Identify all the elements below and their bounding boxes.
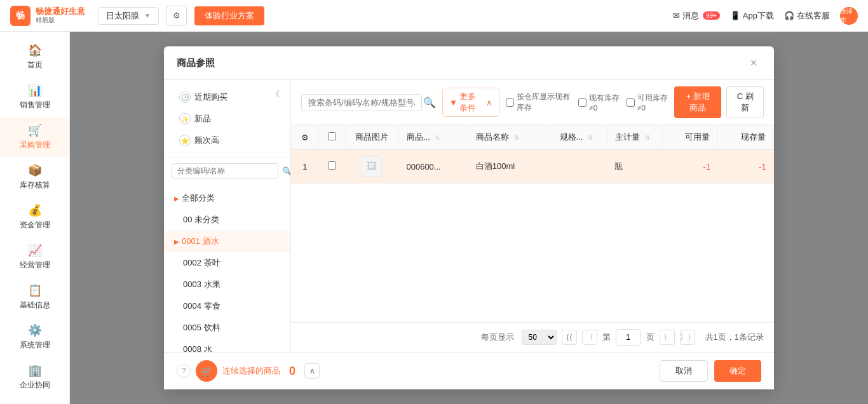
page-number-input[interactable]	[616, 329, 641, 346]
modal-body: 🕐 近期购买 ✨ 新品 ⭐ 频次高	[164, 80, 774, 352]
filter-actions: + 新增商品 C 刷新	[674, 86, 764, 118]
filter-nonzero-available[interactable]: 可用库存≠0	[627, 93, 668, 112]
last-page-button[interactable]: 〉〉	[680, 330, 695, 345]
category-search-icon[interactable]: 🔍	[282, 166, 291, 176]
category-uncategorized[interactable]: 00 未分类	[164, 209, 290, 231]
user-profile[interactable]: 徐泽华	[840, 7, 858, 25]
online-service-button[interactable]: 🎧 在线客服	[784, 10, 830, 22]
select-all-checkbox[interactable]	[328, 132, 336, 140]
col-settings: ⚙	[291, 125, 319, 150]
category-all[interactable]: ▶ 全部分类	[164, 187, 290, 209]
category-beverages[interactable]: 0005 饮料	[164, 317, 290, 339]
phone-icon: 📱	[730, 11, 740, 20]
col-product-name-header[interactable]: 商品名称 ⇅	[468, 125, 552, 150]
messages-button[interactable]: ✉ 消息 99+	[673, 10, 720, 22]
footer-collapse-button[interactable]: ∧	[304, 363, 320, 379]
avatar: 徐泽华	[840, 7, 858, 25]
sidebar-item-purchase[interactable]: 🛒 采购管理	[0, 117, 69, 157]
high-frequency-item[interactable]: ⭐ 频次高	[172, 130, 264, 151]
modal-close-button[interactable]: ×	[746, 55, 761, 71]
cancel-button[interactable]: 取消	[660, 360, 708, 382]
main-layout: 🏠 首页 📊 销售管理 🛒 采购管理 📦 库存核算 💰 资金管理 📈 经营管理 …	[0, 32, 868, 404]
next-page-button[interactable]: 〉	[660, 330, 675, 345]
nav-right: ✉ 消息 99+ 📱 App下载 🎧 在线客服 徐泽华	[673, 7, 858, 25]
finance-icon: 💰	[28, 203, 42, 217]
row-checkbox-cell[interactable]	[319, 150, 346, 184]
product-table: ⚙ 商品图片	[291, 125, 774, 184]
sales-icon: 📊	[28, 83, 42, 97]
store-selector[interactable]: 日太阳膜 ▼	[98, 7, 159, 25]
sort-unit-icon: ⇅	[645, 134, 650, 141]
gear-icon: ⚙	[173, 11, 180, 20]
category-tea[interactable]: 0002 茶叶	[164, 252, 290, 274]
col-product-img-header: 商品图片	[345, 125, 398, 150]
logo-icon: 畅	[10, 6, 31, 26]
new-product-item[interactable]: ✨ 新品	[172, 108, 264, 130]
col-unit-header[interactable]: 主计量 ⇅	[607, 125, 662, 150]
sidebar-item-operations[interactable]: 📈 经营管理	[0, 237, 69, 277]
product-reference-modal: 商品参照 × 🕐 近期购买	[164, 46, 774, 389]
filter-nonzero-stock[interactable]: 现有库存≠0	[578, 93, 620, 112]
sort-spec-icon: ⇅	[588, 134, 593, 141]
message-badge: 99+	[703, 11, 720, 20]
category-snacks[interactable]: 0004 零食	[164, 295, 290, 317]
left-panel: 🕐 近期购买 ✨ 新品 ⭐ 频次高	[164, 80, 291, 352]
basicinfo-icon: 📋	[28, 283, 42, 297]
star-new-icon: ✨	[179, 113, 191, 125]
filter-warehouse-stock[interactable]: 按仓库显示现有库存	[506, 91, 573, 113]
category-water[interactable]: 0008 水	[164, 339, 290, 352]
footer-right: 取消 确定	[660, 360, 761, 382]
content-area: 商品参照 × 🕐 近期购买	[70, 32, 868, 404]
recent-purchase-item[interactable]: 🕐 近期购买	[172, 86, 264, 108]
sidebar-item-basicinfo[interactable]: 📋 基础信息	[0, 277, 69, 317]
settings-col-icon[interactable]: ⚙	[301, 133, 309, 142]
category-search-input[interactable]	[172, 163, 278, 178]
row-unit-cell: 瓶	[607, 150, 662, 184]
first-page-button[interactable]: ⟨⟨	[562, 330, 577, 345]
row-img-cell: 🖼	[345, 150, 398, 184]
sidebar-item-inventory[interactable]: 📦 库存核算	[0, 157, 69, 197]
cart-icon[interactable]: 🛒	[196, 360, 217, 382]
help-button[interactable]: ?	[177, 364, 191, 378]
footer-left: ? 🛒 连续选择的商品 0 ∧	[177, 360, 320, 382]
sidebar-item-system[interactable]: ⚙️ 系统管理	[0, 317, 69, 357]
experience-button[interactable]: 体验行业方案	[194, 6, 264, 25]
col-spec-header[interactable]: 规格... ⇅	[552, 125, 607, 150]
headset-icon: 🎧	[784, 11, 794, 20]
settings-button[interactable]: ⚙	[166, 6, 187, 26]
sort-name-icon: ⇅	[514, 134, 519, 141]
product-search-input[interactable]	[301, 94, 422, 111]
prev-page-button[interactable]: 〈	[582, 330, 597, 345]
image-placeholder-icon: 🖼	[367, 161, 377, 172]
row-checkbox[interactable]	[328, 161, 336, 170]
arrow-icon: ▶	[174, 195, 179, 202]
sidebar-item-sales[interactable]: 📊 销售管理	[0, 77, 69, 117]
modal-footer: ? 🛒 连续选择的商品 0 ∧ 取消 确定	[164, 352, 774, 389]
refresh-button[interactable]: C 刷新	[726, 86, 764, 118]
sidebar: 🏠 首页 📊 销售管理 🛒 采购管理 📦 库存核算 💰 资金管理 📈 经营管理 …	[0, 32, 70, 404]
page-size-select[interactable]: 50 100 200	[522, 330, 557, 345]
collapse-panel-button[interactable]: 《	[268, 86, 283, 102]
col-available-header[interactable]: 可用量	[663, 125, 718, 150]
chevron-up-icon: ∧	[486, 98, 492, 107]
category-liquor[interactable]: ▶ 0001 酒水	[164, 231, 290, 252]
modal-header: 商品参照 ×	[164, 46, 774, 80]
top-navigation: 畅 畅捷通好生意 精易版 日太阳膜 ▼ ⚙ 体验行业方案 ✉ 消息 99+ 📱 …	[0, 0, 868, 32]
col-product-code-header[interactable]: 商品... ⇅	[398, 125, 468, 150]
add-product-button[interactable]: + 新增商品	[674, 86, 721, 118]
modal-title: 商品参照	[177, 57, 215, 69]
right-panel: 🔍 ▼ 更多条件 ∧ 按仓库显示现有库存	[291, 80, 774, 352]
table-header-row: ⚙ 商品图片	[291, 125, 774, 150]
confirm-button[interactable]: 确定	[714, 360, 761, 382]
app-download-button[interactable]: 📱 App下载	[730, 10, 774, 22]
category-fruit[interactable]: 0003 水果	[164, 274, 290, 295]
sidebar-item-guide[interactable]: 🎯 新手引导	[0, 397, 69, 404]
col-stock-header[interactable]: 现存量	[718, 125, 774, 150]
sidebar-item-finance[interactable]: 💰 资金管理	[0, 197, 69, 237]
sidebar-item-enterprise[interactable]: 🏢 企业协同	[0, 357, 69, 397]
product-search-button[interactable]: 🔍	[423, 97, 436, 109]
more-filters-button[interactable]: ▼ 更多条件 ∧	[442, 88, 499, 117]
modal-overlay: 商品参照 × 🕐 近期购买	[70, 32, 868, 404]
table-row[interactable]: 1 🖼	[291, 150, 774, 184]
sidebar-item-home[interactable]: 🏠 首页	[0, 37, 69, 77]
